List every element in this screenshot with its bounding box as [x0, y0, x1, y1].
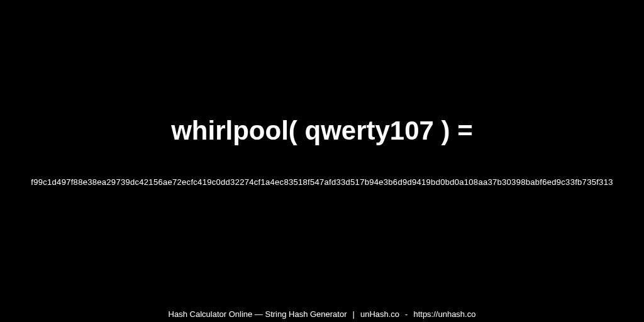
footer: Hash Calculator Online — String Hash Gen… [0, 306, 644, 322]
hash-expression: whirlpool( qwerty107 ) = [171, 116, 473, 146]
footer-separator: - [405, 309, 408, 319]
footer-description: Hash Calculator Online — String Hash Gen… [169, 309, 347, 319]
footer-url-link[interactable]: https://unhash.co [413, 309, 475, 319]
main-content: whirlpool( qwerty107 ) = f99c1d497f88e38… [0, 0, 644, 302]
hash-output: f99c1d497f88e38ea29739dc42156ae72ecfc419… [31, 177, 613, 187]
footer-separator: | [353, 309, 355, 319]
footer-site-link[interactable]: unHash.co [360, 309, 399, 319]
